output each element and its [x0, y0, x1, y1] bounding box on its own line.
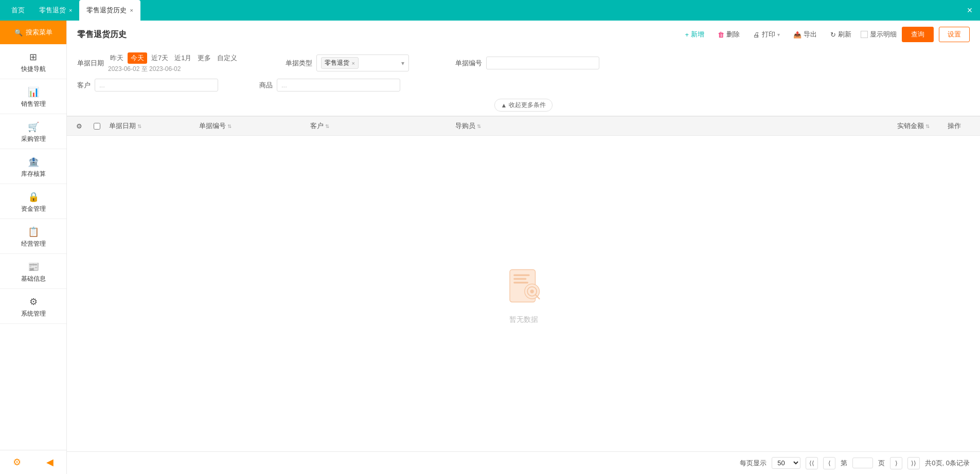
table-settings-icon[interactable]: ⚙	[76, 122, 82, 130]
tab-retail-return-history[interactable]: 零售退货历史 ×	[79, 0, 140, 21]
inventory-icon: 🏦	[28, 156, 39, 168]
type-tag-value: 零售退货	[325, 59, 349, 67]
filter-row-1: 单据日期 昨天 今天 近7天 近1月 更多 自定义 2023-06-02 至 2…	[77, 52, 970, 74]
svg-point-7	[530, 289, 533, 293]
collapse-bar: ▲ 收起更多条件	[77, 97, 970, 116]
page-number-input[interactable]: 1	[852, 458, 873, 468]
th-amount-sort-icon[interactable]: ⇅	[925, 123, 930, 129]
new-button[interactable]: + 新增	[681, 28, 708, 41]
type-select[interactable]: 零售退货 × ▾	[316, 54, 409, 71]
finance-icon: 🔒	[28, 191, 39, 203]
date-yesterday[interactable]: 昨天	[108, 52, 126, 64]
last-page-button[interactable]: ⟩⟩	[907, 457, 920, 469]
type-select-arrow-icon: ▾	[401, 60, 404, 67]
th-customer-label: 客户	[310, 121, 324, 131]
sidebar-item-sales-mgmt-label: 销售管理	[21, 100, 46, 108]
th-date: 单据日期 ⇅	[105, 121, 195, 131]
customer-filter-label: 客户	[77, 81, 91, 90]
delete-icon: 🗑	[718, 31, 724, 39]
sidebar-search[interactable]: 🔍 搜索菜单	[0, 21, 66, 44]
show-detail-checkbox[interactable]	[861, 31, 868, 38]
collapse-button[interactable]: ▲ 收起更多条件	[494, 99, 553, 112]
show-detail-label[interactable]: 显示明细	[861, 30, 897, 39]
date-1month[interactable]: 近1月	[172, 52, 193, 64]
sidebar-item-purchase-mgmt[interactable]: 🛒 采购管理	[0, 114, 66, 149]
filter-row-2: 客户 ... 商品 ...	[77, 79, 970, 92]
collapse-sidebar-icon[interactable]: ◀	[46, 457, 54, 468]
collapse-icon: ▲	[501, 102, 507, 109]
tab-retail-return[interactable]: 零售退货 ×	[32, 0, 79, 21]
type-tag-close[interactable]: ×	[351, 60, 354, 66]
per-page-select[interactable]: 50 100 200	[772, 457, 800, 469]
tab-retail-return-history-close[interactable]: ×	[130, 7, 133, 13]
tab-home[interactable]: 首页	[4, 0, 32, 21]
delete-label: 删除	[726, 30, 740, 39]
th-guide-sort-icon[interactable]: ⇅	[477, 123, 481, 129]
svg-rect-3	[513, 282, 528, 284]
sidebar-item-inventory-label: 库存核算	[21, 170, 46, 178]
th-number: 单据编号 ⇅	[195, 121, 306, 131]
export-icon: 📤	[793, 31, 801, 39]
date-today[interactable]: 今天	[128, 52, 147, 64]
refresh-button[interactable]: ↻ 刷新	[826, 28, 856, 41]
select-all-checkbox[interactable]	[94, 123, 100, 130]
sidebar-item-quick-nav-label: 快捷导航	[21, 65, 46, 74]
query-button[interactable]: 查询	[902, 27, 934, 42]
show-detail-text: 显示明细	[870, 30, 897, 39]
date-7days[interactable]: 近7天	[149, 52, 170, 64]
content-header: 零售退货历史 + 新增 🗑 删除 🖨 打印 ▾	[67, 21, 980, 116]
th-amount: 实销金额 ⇅	[844, 121, 934, 131]
page-title: 零售退货历史	[77, 29, 127, 40]
content: 零售退货历史 + 新增 🗑 删除 🖨 打印 ▾	[67, 21, 980, 474]
date-custom[interactable]: 自定义	[215, 52, 239, 64]
topbar-tabs: 首页 零售退货 × 零售退货历史 ×	[4, 0, 959, 21]
sidebar-item-purchase-mgmt-label: 采购管理	[21, 135, 46, 143]
export-label: 导出	[804, 30, 817, 39]
th-settings[interactable]: ⚙	[72, 122, 88, 130]
search-icon: 🔍	[14, 29, 23, 37]
sidebar-item-system-mgmt[interactable]: ⚙ 系统管理	[0, 289, 66, 324]
number-filter-input[interactable]	[486, 57, 599, 69]
empty-text: 暂无数据	[509, 315, 538, 324]
title-row: 零售退货历史 + 新增 🗑 删除 🖨 打印 ▾	[77, 27, 970, 42]
goods-filter-label: 商品	[259, 81, 273, 90]
th-number-sort-icon[interactable]: ⇅	[227, 123, 231, 129]
type-tag: 零售退货 ×	[321, 57, 358, 69]
empty-state-icon	[501, 263, 547, 309]
sidebar-item-sales-mgmt[interactable]: 📊 销售管理	[0, 79, 66, 114]
date-more[interactable]: 更多	[195, 52, 213, 64]
th-date-sort-icon[interactable]: ⇅	[137, 123, 141, 129]
export-button[interactable]: 📤 导出	[789, 28, 821, 41]
th-check[interactable]	[88, 123, 105, 130]
window-close-button[interactable]: ×	[959, 0, 980, 21]
pagination: 每页显示 50 100 200 ⟨⟨ ⟨ 第 1 页 ⟩ ⟩⟩ 共0页, 0条记…	[67, 451, 980, 474]
goods-filter-input[interactable]: ...	[277, 79, 400, 92]
settings-bottom-icon[interactable]: ⚙	[13, 457, 21, 468]
sales-mgmt-icon: 📊	[28, 86, 39, 98]
new-icon: +	[685, 31, 689, 39]
sidebar-item-finance[interactable]: 🔒 资金管理	[0, 184, 66, 219]
date-quick-btns: 昨天 今天 近7天 近1月 更多 自定义 2023-06-02 至 2023-0…	[108, 52, 239, 74]
print-button[interactable]: 🖨 打印 ▾	[749, 28, 784, 41]
sidebar-item-operations-label: 经营管理	[21, 240, 46, 248]
prev-page-button[interactable]: ⟨	[823, 457, 835, 469]
th-customer-sort-icon[interactable]: ⇅	[325, 123, 329, 129]
sidebar-item-inventory[interactable]: 🏦 库存核算	[0, 149, 66, 184]
main-layout: 🔍 搜索菜单 ⊞ 快捷导航 📊 销售管理 🛒 采购管理 🏦 库存核算 🔒 资金管…	[0, 21, 980, 474]
sidebar-item-operations[interactable]: 📋 经营管理	[0, 219, 66, 254]
sidebar-item-basic-info[interactable]: 📰 基础信息	[0, 254, 66, 289]
table-body: 暂无数据	[67, 136, 980, 451]
filter-number: 单据编号	[455, 57, 599, 69]
print-label: 打印	[762, 30, 775, 39]
page-label: 页	[878, 459, 885, 468]
settings-button[interactable]: 设置	[939, 27, 970, 42]
delete-button[interactable]: 🗑 删除	[714, 28, 744, 41]
next-page-button[interactable]: ⟩	[890, 457, 902, 469]
th-guide-label: 导购员	[455, 121, 475, 131]
th-amount-label: 实销金额	[897, 121, 924, 131]
number-filter-label: 单据编号	[455, 59, 482, 68]
tab-retail-return-close[interactable]: ×	[69, 7, 72, 13]
first-page-button[interactable]: ⟨⟨	[806, 457, 818, 469]
sidebar-item-quick-nav[interactable]: ⊞ 快捷导航	[0, 44, 66, 79]
customer-filter-input[interactable]: ...	[95, 79, 218, 92]
